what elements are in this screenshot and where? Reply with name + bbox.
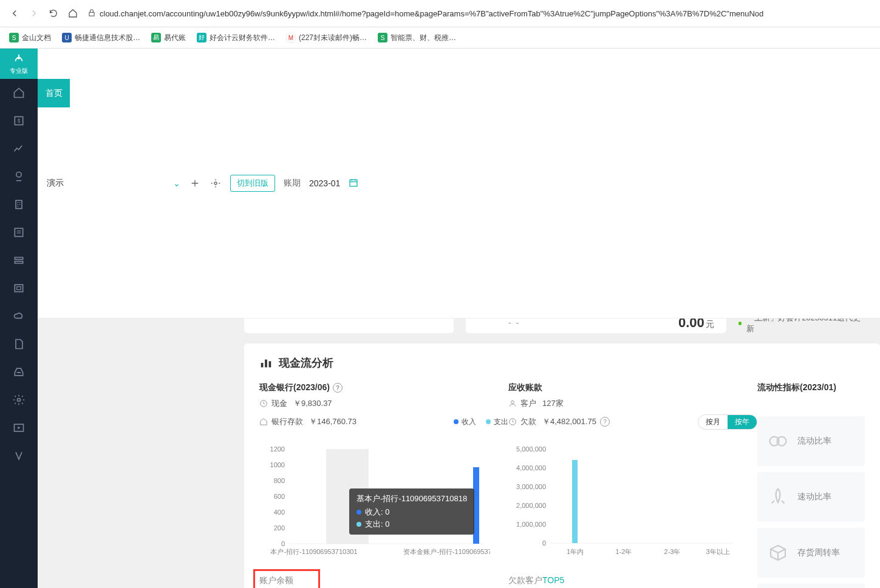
forward-button[interactable] [26,5,43,22]
zero-value: 0.00 [678,319,704,330]
period-toggle[interactable]: 按月 按年 [698,414,757,430]
sidebar-nav-home[interactable] [0,79,38,107]
add-button[interactable] [189,177,201,189]
period-value: 2023-01 [309,178,340,188]
help-icon[interactable]: ? [600,417,610,427]
sidebar-nav-report[interactable] [0,135,38,163]
sidebar-nav-doc[interactable] [0,330,38,358]
sidebar-nav-archive[interactable] [0,274,38,302]
indicator-current-ratio[interactable]: 流动比率 [757,416,865,466]
legend-income: 收入 [454,417,476,427]
settings-button[interactable] [210,177,222,189]
svg-text:1年内: 1年内 [567,548,584,555]
svg-rect-7 [17,287,21,290]
liquidity-section-title: 流动性指标(2023/01) [757,382,865,393]
bookmark-item[interactable]: S金山文档 [9,33,51,43]
sidebar-nav-voucher[interactable]: $ [0,107,38,135]
top-card-partial-2: - - 0.00元 [466,319,726,333]
home-tab[interactable]: 首页 [38,79,70,107]
svg-text:2,000,000: 2,000,000 [516,502,546,509]
cashflow-analysis-card: 现金流分析 现金银行(2023/06) ? 现金 ￥9,830.37 [244,343,880,588]
svg-text:800: 800 [274,477,285,484]
sidebar-nav-form[interactable] [0,218,38,246]
chevron-down-icon: ⌄ [173,178,180,188]
top-card-partial-1 [244,319,454,333]
toggle-year[interactable]: 按年 [728,415,757,429]
svg-rect-0 [89,12,94,16]
svg-text:2-3年: 2-3年 [664,548,681,555]
receivable-section-title: 应收账款 [508,382,757,393]
logo-subtitle: 专业版 [10,67,28,75]
bookmark-item[interactable]: U畅捷通信息技术股… [62,33,140,43]
svg-text:0: 0 [281,540,285,547]
svg-text:400: 400 [274,509,285,516]
cash-value: ￥9,830.37 [293,398,332,409]
sidebar-nav-assets[interactable] [0,163,38,191]
indicator-receivable-turnover[interactable]: ¥应收账款周转率 [757,584,865,588]
svg-rect-4 [16,200,22,208]
svg-point-10 [214,182,217,184]
wallet-icon [259,399,268,408]
period-label: 账期 [284,178,301,189]
home-button[interactable] [64,5,81,22]
deposit-value: ￥146,760.73 [309,416,356,427]
bookmark-item[interactable]: 好好会计云财务软件… [197,33,275,43]
bar-chart-icon [259,356,273,370]
sidebar-nav-settings[interactable] [0,386,38,414]
ratio-icon [767,430,789,452]
reload-button[interactable] [45,5,62,22]
status-dot-icon [738,322,742,325]
svg-text:200: 200 [274,524,285,532]
sidebar-nav-building[interactable] [0,191,38,218]
box-icon [767,542,789,564]
legend-expense: 支出 [486,417,508,427]
cash-bank-chart[interactable]: 1200 1000 800 600 400 200 0 本户-招行-110 [259,443,508,564]
indicator-inventory-turnover[interactable]: 存货周转率 [757,528,865,578]
calendar-icon[interactable] [349,178,358,189]
dash-value: - - [508,319,520,328]
svg-text:4,000,000: 4,000,000 [516,464,546,471]
cash-label: 现金 [271,398,287,409]
bookmarks-bar: S金山文档 U畅捷通信息技术股… 易易代账 好好会计云财务软件… M(227封未… [0,27,880,49]
debt-icon [508,417,517,426]
svg-rect-14 [269,361,271,367]
company-selector[interactable]: 演示 ⌄ [47,175,180,191]
receivable-aging-chart[interactable]: 5,000,000 4,000,000 3,000,000 2,000,000 … [508,443,757,564]
company-name: 演示 [47,178,64,189]
svg-text:资本金账户-招行-1109069537: 资本金账户-招行-1109069537 [403,548,490,555]
main-sidebar: 专业版 $ [0,49,38,588]
sidebar-nav-tax[interactable] [0,246,38,274]
svg-rect-13 [265,360,267,368]
back-button[interactable] [6,5,23,22]
sidebar-nav-inbox[interactable] [0,358,38,386]
svg-text:600: 600 [274,493,285,500]
sidebar-nav-cloud[interactable] [0,302,38,330]
bar-1yr [572,460,578,543]
sidebar-nav-v[interactable] [0,442,38,470]
sidebar-nav-video[interactable] [0,414,38,442]
svg-text:本户-招行-110906953710301: 本户-招行-110906953710301 [270,548,357,555]
bookmark-item[interactable]: M(227封未读邮件)畅… [286,33,367,43]
svg-rect-11 [350,180,357,186]
indicator-quick-ratio[interactable]: 速动比率 [757,472,865,522]
app-logo[interactable]: 专业版 [0,49,38,79]
svg-text:0: 0 [542,539,546,547]
bookmark-item[interactable]: 易易代账 [151,33,186,43]
switch-old-version-button[interactable]: 切到旧版 [230,175,275,192]
news-ticker[interactable]: 「上新」好会计20230511迭代更新 [738,319,868,334]
svg-rect-6 [15,285,22,292]
help-icon[interactable]: ? [333,383,343,393]
url-bar[interactable]: cloud.chanjet.com/accounting/uw1eb00zy96… [87,8,874,19]
header-bar: 首页 演示 ⌄ 切到旧版 账期 2023-01 [38,49,880,319]
svg-text:3,000,000: 3,000,000 [516,483,546,490]
svg-text:1,000,000: 1,000,000 [516,521,546,528]
card-title: 现金流分析 [279,356,333,370]
bookmark-item[interactable]: S智能票、财、税推… [378,33,456,43]
svg-text:3年以上: 3年以上 [706,548,729,555]
rocket-icon [767,486,789,508]
balance-subtitle: 账户余额 [259,575,508,586]
customer-count: 127家 [542,398,564,409]
svg-text:$: $ [18,118,21,124]
toggle-month[interactable]: 按月 [698,415,728,429]
cash-section-title: 现金银行(2023/06) ? [259,382,508,393]
